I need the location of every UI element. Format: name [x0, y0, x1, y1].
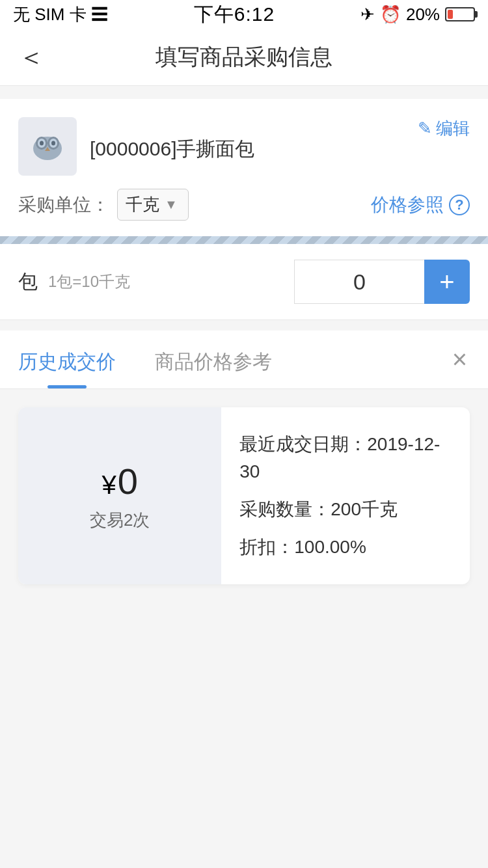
- edit-icon: ✎: [418, 118, 432, 139]
- svg-point-6: [51, 141, 55, 146]
- yen-symbol: ¥: [102, 470, 116, 500]
- discount-label: 折扣：: [239, 537, 294, 557]
- plus-button[interactable]: +: [424, 260, 470, 304]
- svg-point-5: [40, 141, 44, 146]
- status-left: 无 SIM 卡 ☰: [13, 3, 108, 26]
- package-unit-label: 包: [18, 269, 38, 295]
- back-button[interactable]: ＜: [18, 39, 44, 75]
- stripe-divider: [0, 236, 488, 244]
- content-area: ¥ 0 交易2次 最近成交日期：2019-12-30 采购数量：200千克 折扣…: [0, 389, 488, 780]
- price-amount-display: ¥ 0: [102, 460, 137, 502]
- carrier-text: 无 SIM 卡 ☰: [13, 3, 108, 26]
- header: ＜ 填写商品采购信息: [0, 29, 488, 86]
- dropdown-arrow-icon: ▼: [165, 197, 178, 212]
- discount-value: 100.00%: [294, 537, 366, 557]
- latest-date-label: 最近成交日期：: [239, 434, 367, 454]
- unit-value: 千克: [126, 193, 159, 216]
- product-left: [0000006]手撕面包: [18, 117, 254, 176]
- battery-fill: [448, 10, 453, 19]
- product-image: [18, 117, 77, 176]
- tab-product-price-ref[interactable]: 商品价格参考: [155, 331, 272, 388]
- alarm-icon: ⏰: [380, 5, 401, 25]
- price-ref-help-icon: ?: [449, 195, 470, 215]
- page-title: 填写商品采购信息: [156, 42, 332, 72]
- price-summary: ¥ 0 交易2次: [18, 407, 221, 584]
- price-details: 最近成交日期：2019-12-30 采购数量：200千克 折扣：100.00%: [221, 407, 470, 584]
- status-right: ✈ ⏰ 20%: [360, 5, 475, 25]
- price-value: 0: [118, 460, 138, 502]
- product-name: [0000006]手撕面包: [90, 131, 254, 163]
- tab-bar: 历史成交价 商品价格参考 ×: [0, 331, 488, 389]
- quantity-input[interactable]: 0: [294, 260, 424, 304]
- tabs: 历史成交价 商品价格参考: [18, 331, 272, 388]
- price-ref-label: 价格参照: [371, 193, 444, 217]
- status-time: 下午6:12: [194, 1, 275, 28]
- unit-label: 采购单位：: [18, 193, 109, 217]
- location-icon: ✈: [360, 5, 375, 25]
- battery-percent: 20%: [406, 5, 440, 25]
- unit-select[interactable]: 千克 ▼: [117, 189, 189, 221]
- quantity-row: 包 1包=10千克 0 +: [0, 244, 488, 320]
- edit-button[interactable]: ✎ 编辑: [418, 117, 470, 140]
- tab-history-price[interactable]: 历史成交价: [18, 331, 116, 388]
- quantity-label-wrap: 包 1包=10千克: [18, 269, 130, 295]
- edit-label: 编辑: [436, 117, 470, 140]
- price-ref-button[interactable]: 价格参照 ?: [371, 193, 470, 217]
- package-conversion-text: 1包=10千克: [48, 271, 130, 292]
- latest-date-row: 最近成交日期：2019-12-30: [239, 431, 452, 485]
- product-top-row: [0000006]手撕面包 ✎ 编辑: [18, 117, 470, 176]
- tab-close-button[interactable]: ×: [450, 345, 470, 374]
- product-logo: [25, 124, 70, 169]
- product-unit-row: 采购单位： 千克 ▼ 价格参照 ?: [18, 189, 470, 221]
- purchase-qty-value: 200千克: [331, 499, 398, 519]
- plus-icon: +: [439, 267, 454, 297]
- discount-row: 折扣：100.00%: [239, 534, 452, 561]
- trade-count: 交易2次: [90, 509, 150, 532]
- product-card: [0000006]手撕面包 ✎ 编辑 采购单位： 千克 ▼ 价格参照 ?: [0, 99, 488, 236]
- purchase-qty-label: 采购数量：: [239, 499, 331, 519]
- battery-icon: [445, 7, 475, 21]
- quantity-control: 0 +: [294, 260, 470, 304]
- purchase-qty-row: 采购数量：200千克: [239, 496, 452, 523]
- status-bar: 无 SIM 卡 ☰ 下午6:12 ✈ ⏰ 20%: [0, 0, 488, 29]
- price-history-card: ¥ 0 交易2次 最近成交日期：2019-12-30 采购数量：200千克 折扣…: [18, 407, 470, 584]
